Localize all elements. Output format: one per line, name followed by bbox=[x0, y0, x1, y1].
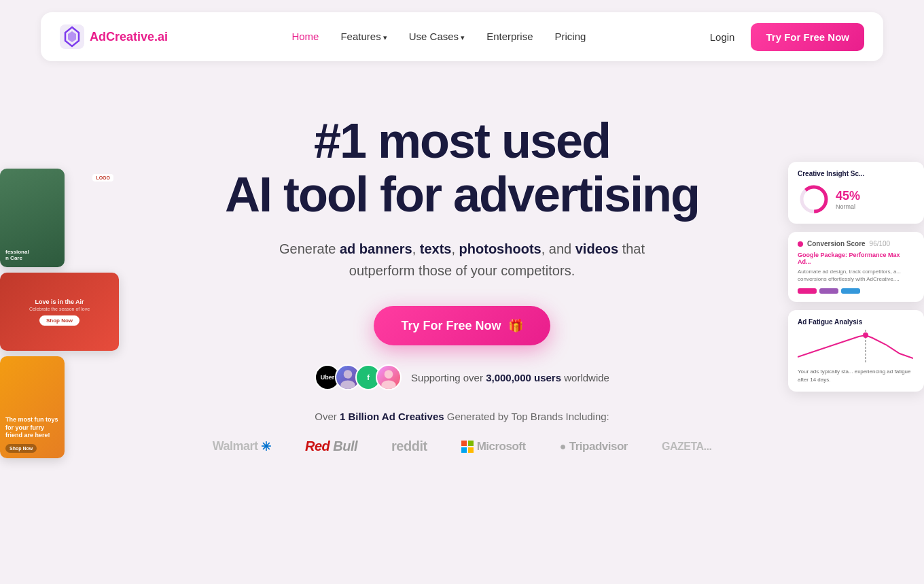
nav-link-enterprise[interactable]: Enterprise bbox=[486, 31, 533, 42]
nav-right: Login Try For Free Now bbox=[710, 23, 864, 51]
login-button[interactable]: Login bbox=[710, 31, 735, 43]
brands-logos: Walmart ✳ RedBull reddit Microsoft ● Tri… bbox=[27, 439, 897, 454]
color-bar-pink bbox=[798, 288, 817, 294]
brands-section: Over 1 Billion Ad Creatives Generated by… bbox=[14, 390, 910, 454]
gauge-percent: 45% bbox=[836, 189, 860, 203]
conversion-score-label: Conversion Score bbox=[807, 240, 866, 247]
svg-rect-9 bbox=[461, 447, 467, 453]
rocket-icon: 🎁 bbox=[508, 318, 523, 333]
brand-redbull: RedBull bbox=[305, 439, 357, 454]
nav-links: Home Features Use Cases Enterprise Prici… bbox=[291, 31, 586, 43]
nav-link-pricing[interactable]: Pricing bbox=[555, 31, 586, 42]
nav-item-pricing[interactable]: Pricing bbox=[555, 31, 586, 43]
gauge-label: Normal bbox=[836, 203, 860, 210]
nav-item-enterprise[interactable]: Enterprise bbox=[486, 31, 533, 43]
brand-tripadvisor: ● Tripadvisor bbox=[560, 440, 628, 453]
social-proof-text: Supporting over 3,000,000 users worldwid… bbox=[411, 372, 609, 383]
color-bar-purple bbox=[819, 288, 838, 294]
conversion-card: Conversion Score 96/100 Google Package: … bbox=[788, 232, 924, 302]
svg-point-3 bbox=[344, 371, 353, 379]
svg-rect-10 bbox=[468, 447, 474, 453]
cta-label: Try For Free Now bbox=[401, 319, 501, 333]
nav-item-usecases[interactable]: Use Cases bbox=[409, 31, 465, 43]
conversion-header: Conversion Score 96/100 bbox=[798, 240, 914, 247]
brand-walmart: Walmart ✳ bbox=[213, 439, 271, 454]
svg-point-5 bbox=[385, 371, 393, 379]
nav-item-home[interactable]: Home bbox=[291, 31, 319, 43]
fatigue-title: Ad Fatigue Analysis bbox=[798, 318, 914, 326]
color-bar-blue bbox=[841, 288, 860, 294]
social-proof: Uber f Supporting over 3,000,000 users w… bbox=[14, 364, 910, 390]
fatigue-desc: Your ads typically sta... experiencing a… bbox=[798, 368, 914, 383]
color-bars bbox=[798, 288, 914, 294]
svg-rect-8 bbox=[468, 441, 474, 446]
hero-title: #1 most used AI tool for advertising bbox=[14, 114, 910, 222]
gauge-info: 45% Normal bbox=[836, 189, 860, 210]
svg-rect-7 bbox=[461, 441, 467, 446]
fatigue-card: Ad Fatigue Analysis Your ads typically s… bbox=[788, 310, 924, 391]
nav-link-features[interactable]: Features bbox=[340, 31, 387, 42]
insight-card: Creative Insight Sc... 45% Normal bbox=[788, 162, 924, 224]
insight-card-title: Creative Insight Sc... bbox=[798, 170, 914, 177]
hero-wrapper: fessionaln Care Love is in the Air Celeb… bbox=[0, 73, 924, 481]
nav-link-usecases[interactable]: Use Cases bbox=[409, 31, 465, 42]
user-avatars: Uber f bbox=[315, 364, 402, 390]
fatigue-chart bbox=[798, 330, 914, 364]
hero-subtitle: Generate ad banners, texts, photoshoots,… bbox=[14, 238, 910, 281]
navbar: AdCreative.ai Home Features Use Cases En… bbox=[41, 12, 883, 61]
brand-reddit: reddit bbox=[391, 439, 427, 454]
logo[interactable]: AdCreative.ai bbox=[60, 24, 168, 49]
conversion-desc: Automate ad design, track competitors, a… bbox=[798, 268, 914, 283]
side-cards-right: Creative Insight Sc... 45% Normal Conver… bbox=[788, 162, 924, 392]
svg-point-4 bbox=[340, 381, 355, 390]
svg-point-6 bbox=[381, 381, 395, 390]
gauge-chart bbox=[798, 183, 830, 216]
avatar-user2 bbox=[376, 364, 402, 390]
conversion-link: Google Package: Performance Max Ad... bbox=[798, 252, 914, 265]
brands-title: Over 1 Billion Ad Creatives Generated by… bbox=[27, 411, 897, 422]
score-dot bbox=[798, 241, 803, 247]
logo-text: AdCreative.ai bbox=[90, 30, 168, 44]
svg-point-14 bbox=[863, 332, 868, 338]
nav-link-home[interactable]: Home bbox=[291, 31, 319, 42]
conversion-score-value: 96/100 bbox=[870, 240, 891, 247]
try-free-hero-button[interactable]: Try For Free Now 🎁 bbox=[374, 306, 550, 345]
gauge-container: 45% Normal bbox=[798, 183, 914, 216]
hero-section: #1 most used AI tool for advertising Gen… bbox=[0, 73, 924, 481]
brand-gazeta: GAZETA... bbox=[662, 441, 711, 453]
brand-microsoft: Microsoft bbox=[461, 440, 526, 453]
try-free-nav-button[interactable]: Try For Free Now bbox=[751, 23, 864, 51]
nav-item-features[interactable]: Features bbox=[340, 31, 387, 43]
logo-icon bbox=[60, 24, 84, 49]
